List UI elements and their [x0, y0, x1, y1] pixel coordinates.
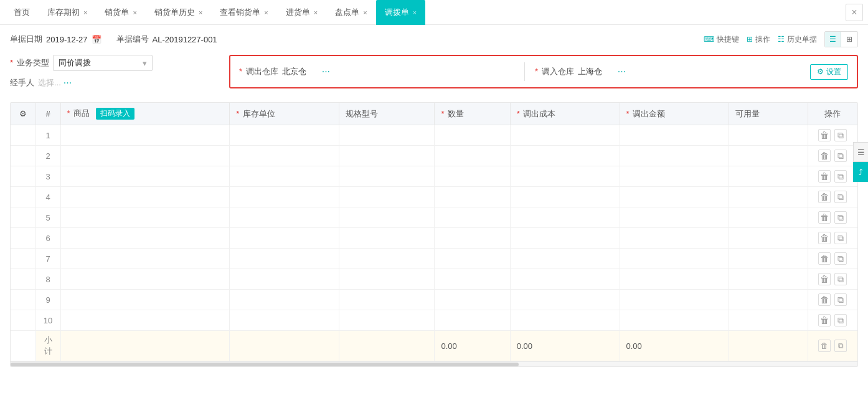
- row-amount-cell[interactable]: [620, 310, 729, 331]
- copy-row-icon[interactable]: ⧉: [834, 252, 847, 265]
- delete-row-icon[interactable]: 🗑: [818, 170, 831, 183]
- row-spec-cell[interactable]: [339, 146, 435, 166]
- row-amount-cell[interactable]: [620, 187, 729, 207]
- row-quantity-cell[interactable]: [435, 166, 510, 187]
- delete-row-icon[interactable]: 🗑: [818, 314, 831, 326]
- copy-row-icon[interactable]: ⧉: [834, 211, 847, 224]
- row-amount-cell[interactable]: [620, 125, 729, 146]
- delete-row-icon[interactable]: 🗑: [818, 293, 831, 306]
- row-cost-cell[interactable]: [510, 228, 620, 249]
- tab-purchase-order[interactable]: 进货单 ×: [277, 0, 326, 25]
- copy-row-icon[interactable]: ⧉: [834, 150, 847, 162]
- row-unit-cell[interactable]: [230, 187, 339, 207]
- tab-transfer[interactable]: 调拨单 ×: [376, 0, 425, 25]
- row-cost-cell[interactable]: [510, 187, 620, 207]
- row-quantity-cell[interactable]: [435, 269, 510, 290]
- row-quantity-cell[interactable]: [435, 228, 510, 249]
- row-available-cell[interactable]: [729, 187, 808, 207]
- row-product-cell[interactable]: [60, 228, 230, 249]
- person-more-btn[interactable]: ···: [61, 78, 74, 88]
- horizontal-scrollbar[interactable]: [11, 361, 857, 366]
- row-cost-cell[interactable]: [510, 249, 620, 269]
- row-product-cell[interactable]: [60, 187, 230, 207]
- row-cost-cell[interactable]: [510, 166, 620, 187]
- copy-icon[interactable]: ⧉: [834, 340, 847, 352]
- row-unit-cell[interactable]: [230, 269, 339, 290]
- row-product-cell[interactable]: [60, 125, 230, 146]
- row-amount-cell[interactable]: [620, 146, 729, 166]
- person-select[interactable]: 选择...: [38, 77, 61, 88]
- shortcuts-button[interactable]: ⌨ 快捷键: [704, 34, 739, 45]
- in-warehouse-more-btn[interactable]: ···: [615, 67, 628, 77]
- calendar-icon[interactable]: 📅: [92, 35, 101, 44]
- business-type-select[interactable]: 同价调拨 ▾: [53, 55, 153, 71]
- row-product-cell[interactable]: [60, 290, 230, 310]
- row-spec-cell[interactable]: [339, 290, 435, 310]
- row-product-cell[interactable]: [60, 166, 230, 187]
- delete-row-icon[interactable]: 🗑: [818, 129, 831, 141]
- row-unit-cell[interactable]: [230, 228, 339, 249]
- row-unit-cell[interactable]: [230, 290, 339, 310]
- row-quantity-cell[interactable]: [435, 125, 510, 146]
- row-cost-cell[interactable]: [510, 310, 620, 331]
- row-spec-cell[interactable]: [339, 310, 435, 331]
- row-product-cell[interactable]: [60, 310, 230, 331]
- row-unit-cell[interactable]: [230, 125, 339, 146]
- copy-row-icon[interactable]: ⧉: [834, 232, 847, 244]
- row-unit-cell[interactable]: [230, 166, 339, 187]
- tab-sales-order[interactable]: 销货单 ×: [96, 0, 145, 25]
- row-product-cell[interactable]: [60, 269, 230, 290]
- row-cost-cell[interactable]: [510, 290, 620, 310]
- delete-row-icon[interactable]: 🗑: [818, 252, 831, 265]
- row-amount-cell[interactable]: [620, 207, 729, 228]
- tab-sales-history[interactable]: 销货单历史 ×: [146, 0, 211, 25]
- row-spec-cell[interactable]: [339, 125, 435, 146]
- float-export-btn[interactable]: ⤴: [853, 162, 868, 182]
- row-cost-cell[interactable]: [510, 269, 620, 290]
- row-available-cell[interactable]: [729, 310, 808, 331]
- tab-close-history[interactable]: ×: [199, 9, 202, 16]
- tab-home[interactable]: 首页: [5, 0, 39, 25]
- delete-row-icon[interactable]: 🗑: [818, 150, 831, 162]
- delete-icon[interactable]: 🗑: [818, 340, 831, 352]
- tab-close-transfer[interactable]: ×: [413, 9, 417, 16]
- row-unit-cell[interactable]: [230, 249, 339, 269]
- row-available-cell[interactable]: [729, 166, 808, 187]
- row-available-cell[interactable]: [729, 228, 808, 249]
- row-spec-cell[interactable]: [339, 207, 435, 228]
- row-quantity-cell[interactable]: [435, 207, 510, 228]
- tab-close-inventory[interactable]: ×: [83, 9, 87, 16]
- row-quantity-cell[interactable]: [435, 146, 510, 166]
- row-quantity-cell[interactable]: [435, 310, 510, 331]
- row-spec-cell[interactable]: [339, 269, 435, 290]
- tab-close-view-sales[interactable]: ×: [264, 9, 268, 16]
- grid-view-btn[interactable]: ⊞: [841, 32, 857, 47]
- scrollbar-thumb[interactable]: [11, 363, 519, 366]
- copy-row-icon[interactable]: ⧉: [834, 129, 847, 141]
- float-list-btn[interactable]: ☰: [853, 142, 868, 162]
- row-spec-cell[interactable]: [339, 228, 435, 249]
- tab-close-sales[interactable]: ×: [133, 9, 136, 16]
- copy-row-icon[interactable]: ⧉: [834, 293, 847, 306]
- row-available-cell[interactable]: [729, 207, 808, 228]
- row-available-cell[interactable]: [729, 269, 808, 290]
- row-product-cell[interactable]: [60, 146, 230, 166]
- row-quantity-cell[interactable]: [435, 187, 510, 207]
- delete-row-icon[interactable]: 🗑: [818, 191, 831, 203]
- scan-input-button[interactable]: 扫码录入: [96, 108, 134, 120]
- copy-row-icon[interactable]: ⧉: [834, 314, 847, 326]
- row-product-cell[interactable]: [60, 249, 230, 269]
- row-available-cell[interactable]: [729, 146, 808, 166]
- list-view-btn[interactable]: ☰: [825, 32, 841, 47]
- out-warehouse-more-btn[interactable]: ···: [319, 67, 333, 77]
- tab-inventory-init[interactable]: 库存期初 ×: [39, 0, 96, 25]
- tab-view-sales[interactable]: 查看销货单 ×: [211, 0, 276, 25]
- window-close-button[interactable]: ×: [846, 4, 863, 21]
- copy-row-icon[interactable]: ⧉: [834, 170, 847, 183]
- delete-row-icon[interactable]: 🗑: [818, 211, 831, 224]
- row-quantity-cell[interactable]: [435, 249, 510, 269]
- tab-close-stocktake[interactable]: ×: [363, 9, 367, 16]
- tab-stocktake[interactable]: 盘点单 ×: [326, 0, 375, 25]
- row-amount-cell[interactable]: [620, 269, 729, 290]
- row-product-cell[interactable]: [60, 207, 230, 228]
